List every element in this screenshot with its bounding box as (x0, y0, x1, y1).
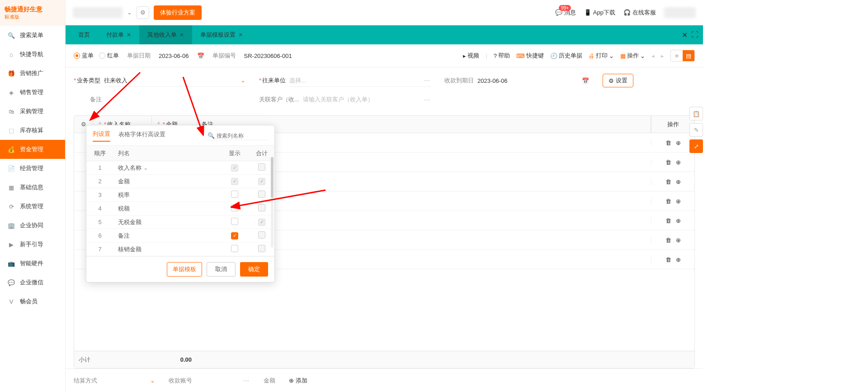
popover-tab-font[interactable]: 表格字体行高设置 (118, 130, 165, 141)
delete-icon[interactable]: 🗑 (665, 159, 671, 166)
video-link[interactable]: ▸视频 (463, 52, 479, 60)
close-all-icon[interactable]: ✕ (682, 31, 688, 39)
operate-link[interactable]: ▦操作⌄ (620, 52, 645, 60)
shortcut-link[interactable]: ⌨快捷键 (516, 52, 544, 60)
doc-date-value[interactable]: 2023-06-06 (159, 53, 189, 59)
sidebar-item-label: 智能硬件 (20, 259, 43, 268)
sidebar-item-tag[interactable]: ◈销售管理 (0, 83, 65, 102)
online-service-link[interactable]: 🎧 在线客服 (623, 9, 656, 17)
popover-search-input[interactable] (217, 133, 266, 139)
settle-method-field[interactable]: 结算方式 ⌄ (74, 375, 155, 386)
biz-type-field[interactable]: *业务类型 往来收入⌄ (74, 75, 245, 87)
sidebar-item-gift[interactable]: 🎁营销推广 (0, 64, 65, 83)
delete-icon[interactable]: 🗑 (665, 198, 671, 205)
play-icon: ▸ (463, 53, 466, 59)
history-link[interactable]: 🕘历史单据 (550, 52, 582, 60)
more-icon[interactable]: ⋯ (424, 77, 431, 84)
checkbox-icon[interactable] (231, 245, 238, 252)
add-row-icon[interactable]: ⊕ (676, 178, 681, 185)
more-icon[interactable]: ⋯ (424, 96, 431, 103)
chevron-down-icon[interactable]: ⌄ (127, 9, 132, 16)
tab[interactable]: 首页 (70, 25, 98, 44)
counterparty-field[interactable]: *往来单位 选择...⋯ (259, 75, 431, 87)
confirm-button[interactable]: 确定 (240, 262, 268, 277)
chevron-down-icon[interactable]: ⌄ (143, 164, 148, 171)
tab[interactable]: 其他收入单✕ (139, 25, 192, 44)
sidebar-item-home[interactable]: ⌂快捷导航 (0, 45, 65, 64)
popover-scrollbar[interactable] (271, 157, 274, 248)
experience-button[interactable]: 体验行业方案 (154, 5, 202, 20)
sidebar-item-search[interactable]: 🔍搜索菜单 (0, 26, 65, 45)
remark-field[interactable]: 备注 (74, 96, 245, 104)
sidebar-item-refresh[interactable]: ⟳系统管理 (0, 197, 65, 216)
tab[interactable]: 单据模板设置✕ (192, 25, 251, 44)
checkbox-icon[interactable] (231, 204, 238, 211)
add-row-icon[interactable]: ⊕ (676, 217, 681, 224)
close-icon[interactable]: ✕ (179, 32, 184, 38)
form-view-icon[interactable]: ▤ (683, 50, 694, 61)
settings-button[interactable]: ⚙设置 (603, 74, 633, 87)
delete-icon[interactable]: 🗑 (665, 217, 671, 224)
chevron-down-icon[interactable]: ⌄ (150, 377, 155, 384)
popover-search[interactable]: 🔍 (206, 131, 268, 140)
next-icon[interactable]: ▸ (661, 53, 664, 59)
sidebar-item-play[interactable]: ▶新手引导 (0, 235, 65, 254)
sidebar-item-vip[interactable]: V畅会员 (0, 292, 65, 311)
view-toggle[interactable]: ≡ ▤ (670, 50, 695, 62)
sidebar-item-box[interactable]: ⬚库存核算 (0, 121, 65, 140)
more-icon[interactable]: ⋯ (243, 377, 250, 384)
add-row-icon[interactable]: ⊕ (676, 237, 681, 244)
checkbox-icon[interactable]: ✓ (231, 178, 238, 185)
sidebar-item-grid[interactable]: ▦基础信息 (0, 178, 65, 197)
add-row-icon[interactable]: ⊕ (676, 256, 681, 263)
add-row-icon[interactable]: ⊕ (676, 159, 681, 166)
sidebar-item-wallet[interactable]: 💰资金管理 (0, 140, 65, 159)
phone-icon: 📱 (584, 9, 591, 16)
checkbox-icon[interactable] (231, 191, 238, 198)
close-icon[interactable]: ✕ (127, 32, 131, 38)
sidebar-item-tv[interactable]: 📺智能硬件 (0, 254, 65, 273)
note-icon[interactable]: 📋 (689, 107, 703, 120)
grid-icon: ▦ (7, 183, 15, 191)
help-link[interactable]: ?帮助 (494, 52, 510, 60)
checkbox-icon[interactable] (231, 218, 238, 225)
app-download-link[interactable]: 📱 App下载 (584, 9, 615, 17)
calendar-icon[interactable]: 📅 (582, 77, 589, 84)
sidebar-item-doc[interactable]: 📄经营管理 (0, 159, 65, 178)
list-view-icon[interactable]: ≡ (671, 50, 683, 61)
prev-icon[interactable]: ◂ (651, 53, 655, 59)
delete-icon[interactable]: 🗑 (665, 256, 671, 263)
close-icon[interactable]: ✕ (238, 32, 243, 38)
add-row-icon[interactable]: ⊕ (676, 198, 681, 205)
chevron-down-icon[interactable]: ⌄ (241, 77, 245, 84)
print-link[interactable]: 🖨打印⌄ (589, 52, 614, 60)
fullscreen-icon[interactable]: ⛶ (691, 31, 698, 39)
radio-red[interactable]: 红单 (99, 52, 119, 60)
add-row-icon[interactable]: ⊕ (676, 139, 681, 146)
checkbox-icon[interactable]: ✓ (231, 232, 238, 239)
radio-blue[interactable]: 蓝单 (74, 52, 94, 60)
tab[interactable]: 付款单✕ (98, 25, 139, 44)
delete-icon[interactable]: 🗑 (665, 237, 671, 244)
delete-icon[interactable]: 🗑 (665, 139, 671, 146)
sidebar-item-building[interactable]: 🏢企业协同 (0, 216, 65, 235)
due-date-field[interactable]: 收款到期日 2023-06-06 📅 (444, 76, 589, 86)
sidebar-item-chat[interactable]: 💬企业微信 (0, 273, 65, 292)
settings-gear-button[interactable]: ⚙ (137, 6, 149, 19)
account-field[interactable]: 收款账号 ⋯ (169, 375, 250, 386)
add-button[interactable]: ⊕添加 (289, 377, 307, 385)
popover-row: 7核销金额 (86, 243, 274, 256)
cancel-button[interactable]: 取消 (207, 262, 236, 277)
checkbox-icon[interactable]: ✓ (231, 164, 238, 172)
checkbox-icon[interactable]: ✓ (258, 178, 265, 185)
messages-link[interactable]: 💬 消息 99+ (555, 9, 576, 17)
template-button[interactable]: 单据模板 (167, 262, 202, 277)
rel-customer-field[interactable]: 关联客户（收... 请输入关联客户（收入单）⋯ (259, 94, 431, 105)
popover-tab-columns[interactable]: 列设置 (93, 130, 110, 142)
checkbox-icon[interactable]: ✓ (258, 219, 265, 226)
delete-icon[interactable]: 🗑 (665, 178, 671, 185)
edit-icon[interactable]: ✎ (689, 123, 703, 137)
expand-icon[interactable]: ⤢ (689, 139, 703, 153)
calendar-icon[interactable]: 📅 (197, 53, 204, 59)
sidebar-item-bag[interactable]: 🛍采购管理 (0, 102, 65, 121)
